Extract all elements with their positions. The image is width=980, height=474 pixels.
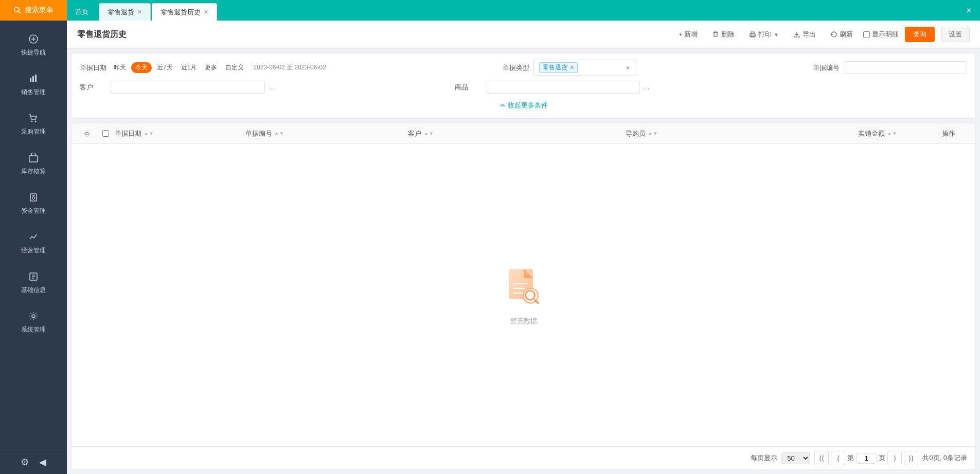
system-icon bbox=[26, 309, 41, 323]
tab-home[interactable]: 首页 bbox=[67, 3, 97, 21]
empty-illustration bbox=[501, 264, 547, 311]
th-amount[interactable]: 实销金额 ▲▼ bbox=[789, 129, 897, 138]
sidebar-collapse-icon[interactable]: ◀ bbox=[39, 457, 46, 468]
date-custom[interactable]: 自定义 bbox=[222, 62, 247, 73]
sidebar-item-operations[interactable]: 经营管理 bbox=[0, 223, 67, 262]
date-today[interactable]: 今天 bbox=[131, 62, 152, 73]
tab-retail-return-history-close[interactable]: ✕ bbox=[204, 9, 208, 15]
customer-field: ... bbox=[111, 81, 351, 94]
type-select-arrow: ▼ bbox=[625, 65, 631, 71]
page-prev-btn[interactable]: ⟨ bbox=[831, 451, 845, 465]
th-date[interactable]: 单据日期 ▲▼ bbox=[115, 129, 245, 138]
svg-rect-20 bbox=[751, 35, 754, 37]
total-info: 共0页, 0条记录 bbox=[922, 453, 967, 463]
date-7days[interactable]: 近7天 bbox=[154, 62, 176, 73]
goods-select-btn[interactable]: ... bbox=[644, 83, 650, 91]
tab-retail-return-close[interactable]: ✕ bbox=[137, 9, 142, 15]
goods-label: 商品 bbox=[455, 83, 486, 92]
svg-point-9 bbox=[35, 121, 37, 122]
page-last-btn[interactable]: ⟩⟩ bbox=[904, 451, 918, 465]
customer-sort-icon: ▲▼ bbox=[423, 131, 434, 136]
search-menu-area[interactable]: 搜索菜单 bbox=[0, 0, 67, 21]
filter-area: 单据日期 昨天 今天 近7天 近1月 更多 自定义 2023-06-02 至 2… bbox=[71, 53, 976, 119]
per-page-select[interactable]: 50 10 20 100 bbox=[781, 452, 810, 464]
sidebar-item-basic-info[interactable]: 基础信息 bbox=[0, 262, 67, 302]
page-title: 零售退货历史 bbox=[77, 29, 127, 40]
tab-retail-return[interactable]: 零售退货 ✕ bbox=[99, 3, 151, 21]
sidebar-item-sales[interactable]: 销售管理 bbox=[0, 64, 67, 104]
th-order[interactable]: 单据编号 ▲▼ bbox=[245, 129, 408, 138]
select-all-checkbox[interactable] bbox=[102, 130, 109, 137]
th-settings[interactable] bbox=[78, 130, 96, 137]
date-sort-icon: ▲▼ bbox=[144, 131, 154, 136]
sidebar-item-inventory[interactable]: 库存核算 bbox=[0, 143, 67, 183]
type-label: 单据类型 bbox=[503, 63, 533, 72]
delete-button[interactable]: 删除 bbox=[708, 28, 739, 41]
empty-text: 暂无数据 bbox=[510, 317, 537, 326]
th-customer[interactable]: 客户 ▲▼ bbox=[408, 129, 626, 138]
export-button[interactable]: 导出 bbox=[789, 28, 820, 41]
customer-input[interactable] bbox=[111, 81, 265, 94]
date-label: 单据日期 bbox=[80, 63, 111, 72]
sidebar-menu: 快捷导航 销售管理 采购管理 库存核算 bbox=[0, 21, 67, 341]
filter-row-2: 客户 ... 商品 ... bbox=[80, 81, 967, 94]
main-layout: 快捷导航 销售管理 采购管理 库存核算 bbox=[0, 21, 980, 474]
svg-point-12 bbox=[32, 197, 35, 199]
goods-field: ... bbox=[486, 81, 726, 94]
top-bar: 搜索菜单 首页 零售退货 ✕ 零售退货历史 ✕ ✕ bbox=[0, 0, 980, 21]
svg-point-8 bbox=[31, 121, 33, 122]
sidebar-item-quick-nav[interactable]: 快捷导航 bbox=[0, 25, 67, 64]
collapse-btn[interactable]: 收起更多条件 bbox=[80, 99, 967, 112]
finance-icon bbox=[26, 190, 41, 205]
customer-select-btn[interactable]: ... bbox=[269, 83, 275, 91]
table-header: 单据日期 ▲▼ 单据编号 ▲▼ 客户 ▲▼ 导购员 ▲▼ 实销金额 ▲▼ bbox=[72, 123, 975, 144]
amount-sort-icon: ▲▼ bbox=[887, 131, 897, 136]
sidebar-item-purchase[interactable]: 采购管理 bbox=[0, 104, 67, 143]
date-range: 2023-06-02 至 2023-06-02 bbox=[253, 63, 326, 72]
tabs-area: 首页 零售退货 ✕ 零售退货历史 ✕ bbox=[67, 0, 966, 21]
order-no-label: 单据编号 bbox=[813, 63, 844, 72]
per-page-label: 每页显示 bbox=[751, 453, 777, 463]
sidebar-bottom: ⚙ ◀ bbox=[0, 450, 67, 474]
page-first-btn[interactable]: ⟨⟨ bbox=[814, 451, 829, 465]
sidebar-item-system[interactable]: 系统管理 bbox=[0, 302, 67, 341]
query-button[interactable]: 查询 bbox=[905, 27, 935, 42]
header-actions: + 新增 删除 打印 ▼ 导出 刷新 bbox=[674, 27, 970, 42]
print-button[interactable]: 打印 ▼ bbox=[745, 28, 783, 41]
sidebar-settings-icon[interactable]: ⚙ bbox=[21, 457, 29, 468]
th-guide[interactable]: 导购员 ▲▼ bbox=[626, 129, 789, 138]
display-toggle[interactable]: 显示明细 bbox=[863, 30, 899, 39]
content-area: 零售退货历史 + 新增 删除 打印 ▼ 导出 刷新 bbox=[67, 21, 980, 474]
svg-point-21 bbox=[86, 132, 88, 135]
svg-point-0 bbox=[14, 7, 19, 12]
date-yesterday[interactable]: 昨天 bbox=[111, 62, 129, 73]
guide-sort-icon: ▲▼ bbox=[648, 131, 658, 136]
type-tag-remove[interactable]: ✕ bbox=[569, 64, 574, 71]
empty-state: 暂无数据 bbox=[501, 264, 547, 326]
order-no-input[interactable] bbox=[844, 61, 967, 74]
display-toggle-checkbox[interactable] bbox=[863, 31, 870, 38]
sidebar-item-finance[interactable]: 资金管理 bbox=[0, 183, 67, 223]
type-select[interactable]: 零售退货 ✕ ▼ bbox=[533, 60, 636, 76]
operations-icon bbox=[26, 230, 41, 244]
settings-button[interactable]: 设置 bbox=[941, 27, 970, 42]
page-input[interactable] bbox=[856, 453, 877, 464]
svg-rect-5 bbox=[30, 78, 31, 82]
goods-input[interactable] bbox=[486, 81, 640, 94]
table-container: 单据日期 ▲▼ 单据编号 ▲▼ 客户 ▲▼ 导购员 ▲▼ 实销金额 ▲▼ bbox=[71, 123, 976, 470]
type-tag: 零售退货 ✕ bbox=[539, 62, 578, 73]
window-close-button[interactable]: ✕ bbox=[966, 7, 972, 14]
basic-info-icon bbox=[26, 269, 41, 284]
refresh-button[interactable]: 刷新 bbox=[826, 28, 857, 41]
date-more[interactable]: 更多 bbox=[202, 62, 220, 73]
pagination: 每页显示 50 10 20 100 ⟨⟨ ⟨ 第 页 ⟩ ⟩⟩ 共0页, 0条记… bbox=[72, 446, 975, 469]
quick-nav-icon bbox=[26, 32, 41, 46]
date-1month[interactable]: 近1月 bbox=[178, 62, 200, 73]
th-checkbox[interactable] bbox=[96, 130, 115, 137]
new-button[interactable]: + 新增 bbox=[674, 28, 702, 41]
sidebar: 快捷导航 销售管理 采购管理 库存核算 bbox=[0, 21, 67, 474]
table-body: 暂无数据 bbox=[72, 144, 975, 446]
sales-icon bbox=[26, 71, 41, 86]
page-next-btn[interactable]: ⟩ bbox=[887, 451, 902, 465]
tab-retail-return-history[interactable]: 零售退货历史 ✕ bbox=[152, 3, 217, 21]
